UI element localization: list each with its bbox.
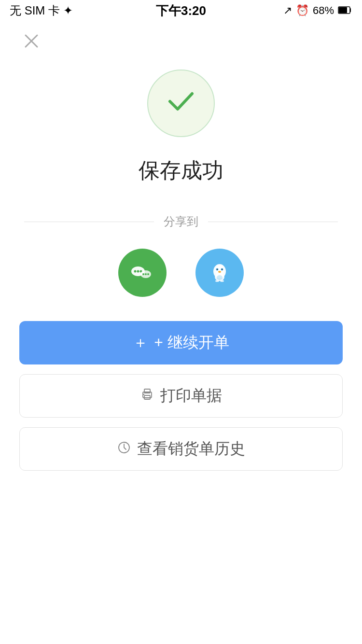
svg-point-9 bbox=[142, 273, 144, 275]
status-time: 下午3:20 bbox=[156, 2, 206, 19]
print-button[interactable]: 打印单据 bbox=[19, 374, 343, 418]
svg-point-6 bbox=[137, 270, 139, 273]
share-label: 分享到 bbox=[164, 214, 198, 229]
share-divider: 分享到 bbox=[0, 214, 362, 229]
continue-button[interactable]: ＋ + 继续开单 bbox=[19, 321, 343, 364]
status-bar: 无 SIM 卡 ✦ 下午3:20 ↗ ⏰ 68% bbox=[0, 0, 362, 21]
continue-label: + 继续开单 bbox=[154, 332, 229, 353]
svg-rect-1 bbox=[339, 7, 347, 13]
battery-icon bbox=[338, 4, 352, 17]
share-section: 分享到 bbox=[0, 214, 362, 297]
svg-point-21 bbox=[215, 280, 219, 282]
status-right: ↗ ⏰ 68% bbox=[283, 4, 352, 17]
main-content: 保存成功 分享到 bbox=[0, 21, 362, 471]
svg-point-20 bbox=[217, 275, 223, 280]
printer-icon bbox=[140, 387, 154, 405]
qq-share-button[interactable] bbox=[195, 249, 244, 297]
svg-point-5 bbox=[134, 270, 137, 273]
svg-point-17 bbox=[222, 269, 223, 270]
battery-percent: 68% bbox=[313, 4, 334, 17]
svg-point-10 bbox=[145, 273, 147, 275]
check-icon bbox=[164, 84, 198, 123]
share-icons bbox=[118, 249, 244, 297]
divider-right bbox=[208, 222, 338, 222]
close-button[interactable] bbox=[19, 29, 43, 53]
svg-rect-25 bbox=[144, 395, 150, 399]
success-title: 保存成功 bbox=[139, 156, 223, 185]
status-left: 无 SIM 卡 ✦ bbox=[10, 3, 73, 18]
wechat-share-button[interactable] bbox=[118, 249, 167, 297]
location-icon: ↗ bbox=[283, 4, 292, 17]
history-label: 查看销货单历史 bbox=[137, 438, 245, 460]
plus-icon: ＋ bbox=[133, 332, 148, 353]
svg-point-18 bbox=[218, 271, 221, 273]
success-circle bbox=[147, 70, 215, 137]
action-buttons: ＋ + 继续开单 打印单据 查看销货单历史 bbox=[0, 321, 362, 471]
alarm-icon: ⏰ bbox=[296, 4, 309, 17]
svg-point-26 bbox=[143, 393, 144, 394]
history-button[interactable]: 查看销货单历史 bbox=[19, 427, 343, 471]
clock-icon bbox=[117, 440, 131, 458]
svg-point-16 bbox=[217, 269, 218, 270]
svg-point-11 bbox=[147, 273, 149, 275]
svg-point-22 bbox=[220, 280, 224, 282]
divider-left bbox=[24, 222, 154, 222]
print-label: 打印单据 bbox=[160, 385, 222, 406]
sim-status: 无 SIM 卡 ✦ bbox=[10, 3, 73, 18]
